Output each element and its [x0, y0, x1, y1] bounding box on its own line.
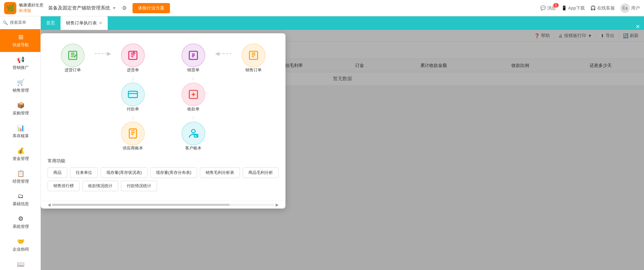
content-area: ❓ 帮助 🖨 按模板打印 ▼ ⬆ 导出 [41, 30, 644, 270]
sales-bill-circle[interactable] [181, 43, 205, 67]
sidebar-item-enterprise[interactable]: 🤝 企业协同 [0, 234, 40, 256]
receipt-bill-label: 收款单 [187, 106, 199, 112]
basic-icon: 🗂 [18, 193, 24, 200]
function-buttons-row2: 销售排行榜 收款情况统计 付款情况统计 [48, 181, 279, 191]
scroll-left-arrow[interactable]: ◀ [48, 202, 51, 207]
spacer5 [231, 75, 275, 81]
svg-rect-4 [128, 91, 138, 98]
supplier-ledger-circle[interactable] [121, 122, 145, 145]
spacer2 [95, 75, 111, 81]
down-arrow-payment: ↓ [111, 114, 155, 120]
flow-arrows-row2: ↓ ↓ [51, 114, 275, 120]
flow-col-customer: 客户账本 [171, 122, 215, 151]
system-title: 装备及固定资产辅助管理系统 ▼ [48, 5, 116, 11]
common-functions-title: 常用功能 [48, 158, 279, 164]
sidebar-item-operation[interactable]: 📋 经营管理 [0, 166, 40, 188]
s1 [51, 114, 95, 120]
func-btn-partner[interactable]: 往来单位 [70, 167, 98, 178]
arrow-1: ▶ [95, 43, 111, 57]
sidebar-item-marketing[interactable]: 📢 营销推广 [0, 52, 40, 75]
tab-bar: 首页 销售订单执行表 ✕ ✕ [41, 16, 644, 30]
sidebar: 🔍 搜索菜单 ⊞ 快捷导航 📢 营销推广 🛒 销售管理 📦 采购管理 📊 [0, 16, 41, 270]
sidebar-item-sales[interactable]: 🛒 销售管理 [0, 75, 40, 97]
finance-icon: 💰 [17, 147, 24, 155]
scroll-track[interactable] [52, 204, 274, 206]
message-btn[interactable]: 💬 消息 5 [540, 5, 556, 11]
func-btn-product[interactable]: 商品 [48, 167, 67, 178]
marketing-icon: 📢 [17, 56, 24, 64]
sales-bill-label: 销货单 [187, 67, 199, 73]
enterprise-icon: 🤝 [17, 238, 24, 245]
svg-rect-8 [194, 134, 198, 137]
func-btn-stock-status[interactable]: 现存量(库存状况表) [101, 167, 147, 178]
sales-icon: 🛒 [17, 79, 24, 86]
logo-area: 🌿 畅康通好生意 标准版 [4, 2, 45, 14]
tab-home[interactable]: 首页 [41, 16, 60, 30]
flow-arrows-row: ↓ ↓ [51, 75, 275, 81]
user-menu[interactable]: Ea 用户 [620, 3, 640, 13]
main-area: 🔍 搜索菜单 ⊞ 快捷导航 📢 营销推广 🛒 销售管理 📦 采购管理 📊 [0, 16, 644, 270]
func-btn-product-profit[interactable]: 商品毛利分析 [243, 167, 279, 178]
service-icon: 🎧 [590, 5, 596, 11]
experience-btn[interactable]: 体验行业方案 [133, 3, 170, 13]
close-all-tabs[interactable]: ✕ [631, 23, 644, 30]
spacer1 [51, 75, 95, 81]
flow-col-sales-bill: 销货单 [171, 43, 215, 73]
sidebar-search[interactable]: 🔍 搜索菜单 [0, 16, 40, 29]
purchase-bill-circle[interactable] [121, 43, 145, 67]
down-arrow-receipt: ↓ [171, 114, 215, 120]
newbie-icon: 📖 [17, 260, 24, 268]
purchase-order-label: 进货订单 [65, 67, 81, 73]
sidebar-item-basic[interactable]: 🗂 基础信息 [0, 188, 40, 211]
sales-order-circle[interactable] [242, 43, 265, 67]
flow-col-purchase-bill: 进货单 [111, 43, 155, 73]
sidebar-item-system[interactable]: ⚙ 系统管理 [0, 211, 40, 234]
payment-bill-circle[interactable] [121, 83, 145, 106]
quick-nav-icon: ⊞ [18, 33, 23, 41]
receipt-bill-circle[interactable] [181, 83, 205, 106]
avatar: Ea [620, 3, 630, 13]
popup: 进货订单 ▶ [41, 33, 285, 209]
supplier-ledger-label: 供应商账本 [123, 145, 143, 151]
flow-col-supplier: 供应商账本 [111, 122, 155, 151]
func-btn-payment-stats[interactable]: 付款情况统计 [121, 181, 157, 191]
inventory-icon: 📊 [17, 124, 24, 132]
customer-ledger-circle[interactable] [181, 122, 205, 145]
sidebar-item-inventory[interactable]: 📊 库存核算 [0, 120, 40, 143]
settings-icon[interactable]: ⚙ [120, 3, 129, 13]
customer-ledger-label: 客户账本 [185, 145, 202, 151]
sidebar-item-newbie[interactable]: 📖 新手引导 [0, 256, 40, 270]
message-badge: 5 [553, 3, 559, 7]
payment-bill-label: 付款单 [127, 106, 139, 112]
tab-sales-order[interactable]: 销售订单执行表 ✕ [60, 16, 108, 30]
func-btn-sales-rank[interactable]: 销售排行榜 [48, 181, 80, 191]
func-btn-stock-dist[interactable]: 现存量(库存分布表) [150, 167, 197, 178]
s3 [155, 114, 171, 120]
sidebar-item-purchase[interactable]: 📦 采购管理 [0, 97, 40, 120]
dropdown-arrow-icon[interactable]: ▼ [112, 6, 116, 11]
flow-col-receipt: 收款单 [171, 83, 215, 112]
top-bar-left: 🌿 畅康通好生意 标准版 装备及固定资产辅助管理系统 ▼ ⚙ 体验行业方案 [4, 2, 170, 14]
online-service-btn[interactable]: 🎧 在线客服 [590, 5, 615, 11]
sidebar-item-finance[interactable]: 💰 资金管理 [0, 143, 40, 166]
spacer3 [155, 75, 171, 81]
spacer4 [215, 75, 231, 81]
flow-col-sales-order: 销售订单 [231, 43, 275, 73]
s4 [215, 114, 275, 120]
func-btn-receipt-stats[interactable]: 收款情况统计 [82, 181, 118, 191]
purchase-bill-label: 进货单 [127, 67, 139, 73]
top-bar-right: 💬 消息 5 📱 App下载 🎧 在线客服 Ea 用户 [540, 3, 640, 13]
top-bar: 🌿 畅康通好生意 标准版 装备及固定资产辅助管理系统 ▼ ⚙ 体验行业方案 💬 … [0, 0, 644, 16]
flow-row3: 供应商账本 [51, 122, 275, 151]
sidebar-item-quick-nav[interactable]: ⊞ 快捷导航 [0, 29, 40, 52]
app-download-btn[interactable]: 📱 App下载 [561, 5, 585, 11]
svg-point-7 [191, 129, 195, 133]
system-icon: ⚙ [18, 215, 23, 222]
func-btn-sales-profit[interactable]: 销售毛利分析表 [200, 167, 240, 178]
purchase-order-circle[interactable] [61, 43, 85, 67]
overlay[interactable]: 进货订单 ▶ [41, 30, 644, 270]
down-arrow-purchase: ↓ [111, 75, 155, 81]
message-icon: 💬 [540, 5, 546, 11]
tab-close-icon[interactable]: ✕ [99, 21, 102, 25]
scroll-right-arrow[interactable]: ▶ [276, 202, 279, 207]
